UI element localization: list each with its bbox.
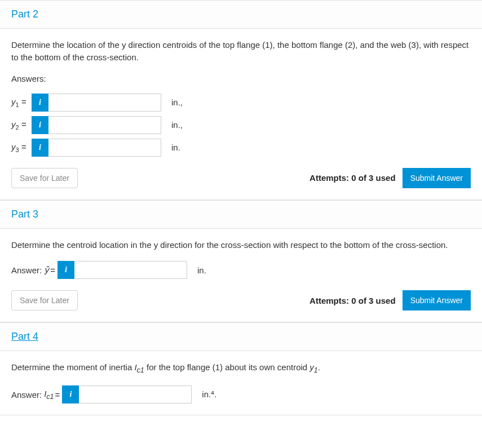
part-3-body: Determine the centroid location in the y… [0,229,482,322]
ybar-input[interactable] [74,261,187,279]
var-label-ybar: ȳ [44,265,49,275]
equals: = [55,390,60,400]
submit-answer-button[interactable]: Submit Answer [403,290,471,311]
part-2-actions: Save for Later Attempts: 0 of 3 used Sub… [11,168,471,188]
answer-row-y1: y1 = i in., [11,94,471,112]
unit-y1: in., [171,97,183,107]
unit-y3: in. [171,143,180,152]
unit-ybar: in. [197,265,206,275]
unit-y2: in., [171,120,183,130]
answer-row-y2: y2 = i in., [11,116,471,134]
part-2-title: Part 2 [11,8,471,20]
attempts-text: Attempts: 0 of 3 used [309,173,396,183]
right-actions: Attempts: 0 of 3 used Submit Answer [309,290,471,311]
answer-row-ic1: Answer: Ic1 = i in.⁴. [11,385,471,403]
part-4-section: Part 4 Determine the moment of inertia I… [0,322,482,415]
save-for-later-button[interactable]: Save for Later [11,290,78,311]
answers-label: Answers: [11,74,471,83]
info-icon[interactable]: i [62,385,79,403]
part-3-title: Part 3 [11,209,471,220]
part-4-header: Part 4 [0,323,482,351]
y1-input[interactable] [48,94,161,112]
var-label-ic1: Ic1 [44,389,54,401]
var-label-y1: y1 = [11,97,32,108]
save-for-later-button[interactable]: Save for Later [11,168,78,188]
var-label-y2: y2 = [11,119,32,131]
part-4-question: Determine the moment of inertia Ic1 for … [11,361,471,375]
y2-input[interactable] [48,116,161,134]
var-label-y3: y3 = [11,142,32,153]
info-icon[interactable]: i [58,261,74,279]
info-icon[interactable]: i [32,139,48,157]
attempts-text: Attempts: 0 of 3 used [309,296,396,305]
part-4-body: Determine the moment of inertia Ic1 for … [0,351,482,415]
ic1-input[interactable] [79,385,192,403]
part-2-section: Part 2 Determine the location of the y d… [0,0,482,200]
part-3-question: Determine the centroid location in the y… [11,239,471,251]
info-icon[interactable]: i [32,94,48,112]
part-3-section: Part 3 Determine the centroid location i… [0,200,482,323]
part-4-title[interactable]: Part 4 [11,331,471,343]
right-actions: Attempts: 0 of 3 used Submit Answer [309,168,471,188]
info-icon[interactable]: i [32,116,48,134]
submit-answer-button[interactable]: Submit Answer [403,168,471,188]
part-3-actions: Save for Later Attempts: 0 of 3 used Sub… [11,290,471,311]
answer-prefix: Answer: [11,265,42,275]
answer-row-ybar: Answer: ȳ = i in. [11,261,471,279]
unit-ic1: in.⁴. [202,389,216,400]
y3-input[interactable] [48,139,161,157]
part-2-header: Part 2 [0,1,482,29]
equals: = [50,265,55,275]
part-2-body: Determine the location of the y directio… [0,29,482,199]
part-3-header: Part 3 [0,201,482,229]
answer-prefix: Answer: [11,390,42,400]
answer-row-y3: y3 = i in. [11,139,471,157]
part-2-question: Determine the location of the y directio… [11,39,471,64]
